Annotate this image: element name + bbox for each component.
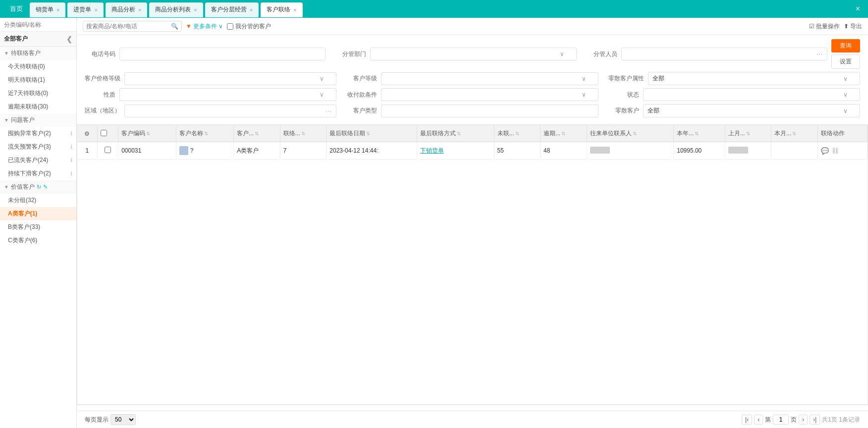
nav-tab-customer-contact[interactable]: 客户联络 × xyxy=(261,2,302,17)
sidebar-search-input[interactable] xyxy=(4,21,77,28)
price-grade-input[interactable]: ∨ xyxy=(124,72,336,85)
last-page-button[interactable]: ›| xyxy=(810,415,820,425)
customer-grade-arrow-icon: ∨ xyxy=(582,75,586,82)
batch-op-button[interactable]: ☑ 批量操作 xyxy=(809,22,840,31)
cell-this-year: 10995.00 xyxy=(674,142,725,160)
info-hoarding-icon: ℹ xyxy=(70,130,72,137)
declining-label: 持续下滑客户(2) xyxy=(8,169,51,178)
sidebar-item-tomorrow-contact[interactable]: 明天待联络(1) xyxy=(0,73,76,87)
nav-tab-analysis-list[interactable]: 商品分析列表 × xyxy=(149,2,203,17)
filter-funnel-icon: ▼ xyxy=(186,23,192,30)
status-input[interactable]: ∨ xyxy=(643,88,860,101)
sidebar-item-today-contact[interactable]: 今天待联络(0) xyxy=(0,60,76,73)
nav-tab-analysis[interactable]: 商品分析 × xyxy=(106,2,147,17)
sidebar-item-declining[interactable]: 持续下滑客户(2) ℹ xyxy=(0,167,76,180)
close-analysis-icon[interactable]: × xyxy=(138,7,141,13)
more-filters-button[interactable]: ▼ 更多条件 ∨ xyxy=(186,22,223,31)
edit-value-icon[interactable]: ✎ xyxy=(43,184,48,190)
close-customer-contact-icon[interactable]: × xyxy=(293,7,296,13)
cell-this-month xyxy=(771,142,818,160)
page-prefix-label: 第 xyxy=(765,416,771,424)
col-no-contact[interactable]: 未联...⇅ xyxy=(494,125,541,142)
cell-checkbox[interactable] xyxy=(97,142,118,160)
link-icon[interactable]: ⛓ xyxy=(832,147,838,155)
col-this-year[interactable]: 本年...⇅ xyxy=(674,125,725,142)
nav-tab-customer-tier[interactable]: 客户分层经营 × xyxy=(205,2,259,17)
close-customer-tier-icon[interactable]: × xyxy=(250,7,253,13)
my-customers-checkbox[interactable] xyxy=(227,23,233,30)
export-button[interactable]: ⬆ 导出 xyxy=(844,22,862,31)
col-this-month[interactable]: 本月...⇅ xyxy=(771,125,818,142)
sidebar-group-problem[interactable]: ▼ 问题客户 xyxy=(0,113,76,127)
page-size-select[interactable]: 50 100 200 xyxy=(110,414,136,425)
staff-input[interactable]: ··· xyxy=(621,48,827,60)
phone-input[interactable] xyxy=(119,48,326,60)
gear-icon[interactable]: ⚙ xyxy=(84,130,90,137)
sidebar-item-ungroup[interactable]: 未分组(32) xyxy=(0,194,76,207)
col-code[interactable]: 客户编码⇅ xyxy=(118,125,176,142)
retail-attr-value: 全部 xyxy=(652,74,664,83)
col-unit-contact[interactable]: 往来单位联系人⇅ xyxy=(587,125,674,142)
sidebar-item-7days-contact[interactable]: 近7天待联络(0) xyxy=(0,87,76,100)
page-number-input[interactable] xyxy=(773,415,789,425)
customer-type-label: 客户类型 xyxy=(346,107,381,115)
prev-page-button[interactable]: ‹ xyxy=(754,415,763,425)
customer-grade-input[interactable]: ∨ xyxy=(381,72,598,85)
refresh-value-icon[interactable]: ↻ xyxy=(37,184,41,190)
customer-grade-label: 客户等级 xyxy=(346,74,381,83)
dept-label: 分管部门 xyxy=(335,50,370,58)
dept-input[interactable]: ∨ xyxy=(370,48,576,60)
filter-field-nature: 性质 ∨ xyxy=(85,88,336,101)
sidebar-collapse-icon[interactable]: ❮ xyxy=(66,35,72,43)
main-layout: 🔍 全部客户 ❮ ▼ 待联络客户 今天待联络(0) 明天待联络(1) 近7天待联… xyxy=(0,18,868,428)
col-last-month[interactable]: 上月...⇅ xyxy=(725,125,771,142)
my-customers-checkbox-wrapper[interactable]: 我分管的客户 xyxy=(227,22,271,31)
select-all-checkbox[interactable] xyxy=(101,130,107,136)
nav-home[interactable]: 首页 xyxy=(4,0,29,18)
sidebar-item-churned[interactable]: 已流失客户(24) ℹ xyxy=(0,154,76,167)
next-page-button[interactable]: › xyxy=(799,415,808,425)
sidebar-item-c-class[interactable]: C类客户(6) xyxy=(0,234,76,247)
top-nav: 首页 销货单 × 进货单 × 商品分析 × 商品分析列表 × 客户分层经营 × … xyxy=(0,0,868,18)
close-purchase-icon[interactable]: × xyxy=(94,7,97,13)
query-button[interactable]: 查询 xyxy=(831,39,860,53)
phone-label: 电话号码 xyxy=(85,50,119,58)
sidebar-item-overdue-contact[interactable]: 逾期未联络(30) xyxy=(0,100,76,113)
col-overdue[interactable]: 逾期...⇅ xyxy=(541,125,587,142)
retail-attr-input[interactable]: 全部 ∨ xyxy=(648,72,860,85)
nav-tab-purchase[interactable]: 进货单 × xyxy=(67,2,103,17)
horizontal-scrollbar[interactable] xyxy=(77,405,868,411)
col-type[interactable]: 客户...⇅ xyxy=(234,125,280,142)
unit-contact-placeholder xyxy=(590,147,610,154)
sidebar-item-b-class[interactable]: B类客户(33) xyxy=(0,220,76,234)
settings-button[interactable]: 设置 xyxy=(831,54,860,69)
sidebar-item-a-class[interactable]: A类客户(1) xyxy=(0,207,76,220)
nature-input[interactable]: ∨ xyxy=(119,88,336,101)
col-name[interactable]: 客户名称⇅ xyxy=(176,125,234,142)
sidebar-group-pending[interactable]: ▼ 待联络客户 xyxy=(0,47,76,60)
status-arrow-icon: ∨ xyxy=(843,91,848,98)
cell-last-way[interactable]: 下销货单 xyxy=(417,142,494,160)
row-checkbox[interactable] xyxy=(105,147,111,153)
nav-close-all-button[interactable]: × xyxy=(852,4,864,13)
col-contact[interactable]: 联络...⇅ xyxy=(280,125,326,142)
customer-type-input[interactable] xyxy=(381,105,598,117)
last-way-link[interactable]: 下销货单 xyxy=(420,147,444,154)
sidebar-group-value[interactable]: ▼ 价值客户 ↻ ✎ xyxy=(0,180,76,194)
nav-tab-purchase-label: 进货单 xyxy=(73,5,91,14)
all-customers-label: 全部客户 xyxy=(4,35,28,43)
sidebar-item-hoarding-anomaly[interactable]: 囤购异常客户(2) ℹ xyxy=(0,127,76,140)
sidebar-item-churn-warning[interactable]: 流失预警客户(3) ℹ xyxy=(0,140,76,154)
area-input[interactable]: ··· xyxy=(124,105,336,117)
first-page-button[interactable]: |‹ xyxy=(742,415,752,425)
retail-customer-input[interactable]: 全部 ∨ xyxy=(643,104,860,117)
filter-search-icon[interactable]: 🔍 xyxy=(171,23,178,30)
close-sales-icon[interactable]: × xyxy=(56,7,59,13)
col-last-date[interactable]: 最后联络日期⇅ xyxy=(326,125,417,142)
message-icon[interactable]: 💬 xyxy=(821,147,829,155)
payment-input[interactable]: ∨ xyxy=(381,88,598,101)
filter-search-input[interactable] xyxy=(86,23,171,30)
col-last-way[interactable]: 最后联络方式⇅ xyxy=(417,125,494,142)
close-analysis-list-icon[interactable]: × xyxy=(194,7,197,13)
nav-tab-sales[interactable]: 销货单 × xyxy=(30,2,65,17)
